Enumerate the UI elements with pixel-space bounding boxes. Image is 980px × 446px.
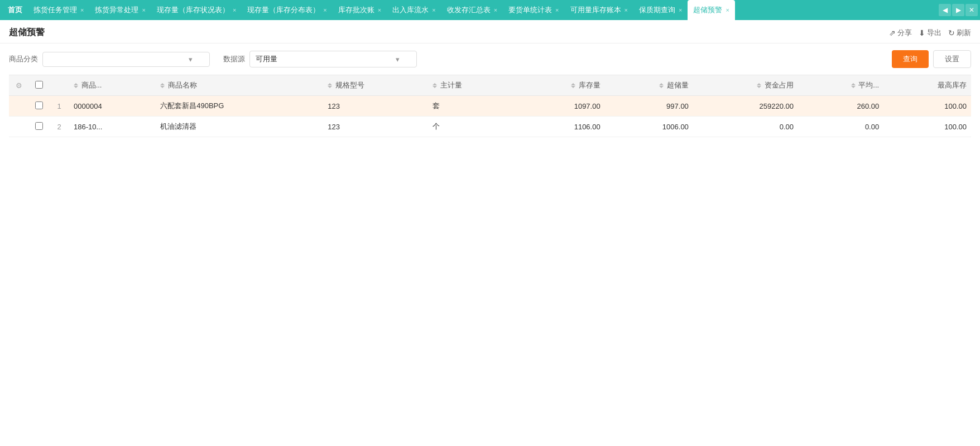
stock-cell: 1097.00 (517, 96, 605, 117)
data-table: ⚙ 商品... (9, 75, 971, 137)
spec-cell: 123 (323, 96, 428, 117)
sort-icon-spec (328, 83, 332, 88)
category-dropdown-icon: ▾ (189, 55, 193, 64)
col-avg[interactable]: 平均... (798, 75, 883, 96)
sort-icon-unit (433, 83, 437, 88)
sort-icon-stock (571, 83, 575, 88)
topbar-item-home[interactable]: 首页 (2, 0, 28, 20)
topbar-item-order-stat[interactable]: 要货单统计表× (503, 0, 564, 20)
topbar-item-exception[interactable]: 拣货异常处理× (89, 0, 151, 20)
close-tab-icon[interactable]: × (142, 7, 145, 13)
close-tab-icon[interactable]: × (555, 7, 559, 13)
col-capital[interactable]: 资金占用 (693, 75, 798, 96)
unit-cell: 套 (428, 96, 516, 117)
topbar-item-label: 现存量（库存分布表） (247, 5, 320, 15)
col-rownum (49, 75, 69, 96)
overstock-cell: 997.00 (605, 96, 693, 117)
col-product-code[interactable]: 商品... (69, 75, 156, 96)
topbar-item-label: 收发存汇总表 (447, 5, 491, 15)
topbar-item-expiry[interactable]: 保质期查询× (633, 0, 688, 20)
topbar-item-avail-stock[interactable]: 可用量库存账本× (565, 0, 633, 20)
max-stock-cell: 100.00 (883, 96, 971, 117)
topbar-item-task-mgmt[interactable]: 拣货任务管理× (28, 0, 89, 20)
select-all-checkbox[interactable] (35, 81, 43, 89)
query-button[interactable]: 查询 (892, 50, 929, 68)
rownum-cell: 2 (49, 117, 69, 137)
row-checkbox[interactable] (35, 122, 43, 130)
category-label: 商品分类 (9, 54, 38, 64)
export-icon: ⬇ (919, 28, 925, 37)
row-checkbox[interactable] (35, 101, 43, 109)
category-select[interactable]: ▾ (42, 52, 210, 67)
col-unit[interactable]: 主计量 (428, 75, 516, 96)
share-action[interactable]: ⇗ 分享 (889, 28, 912, 38)
stock-cell: 1106.00 (517, 117, 605, 137)
close-tab-icon[interactable]: × (726, 7, 729, 13)
col-spec[interactable]: 规格型号 (323, 75, 428, 96)
nav-arrows: ◀ ▶ ✕ (939, 4, 978, 16)
col-max-stock: 最高库存 (883, 75, 971, 96)
unit-cell: 个 (428, 117, 516, 137)
page-header: 超储预警 ⇗ 分享 ⬇ 导出 ↻ 刷新 (0, 20, 980, 43)
sort-icon-avg (851, 83, 856, 88)
topbar-item-summary[interactable]: 收发存汇总表× (441, 0, 503, 20)
share-icon: ⇗ (889, 28, 896, 37)
topbar-item-label: 要货单统计表 (508, 5, 552, 15)
nav-next-button[interactable]: ▶ (952, 4, 964, 16)
topbar-item-label: 拣货任务管理 (33, 5, 77, 15)
close-tab-icon[interactable]: × (679, 7, 682, 13)
product-name-cell: 六配套新昌490BPG (156, 96, 323, 117)
topbar-item-label: 现存量（库存状况表） (157, 5, 229, 15)
col-product-name[interactable]: 商品名称 (156, 75, 323, 96)
close-tab-icon[interactable]: × (233, 7, 236, 13)
avg-cell: 260.00 (798, 96, 883, 117)
refresh-icon: ↻ (948, 28, 955, 37)
close-tab-icon[interactable]: × (624, 7, 628, 13)
nav-close-button[interactable]: ✕ (965, 4, 978, 16)
topbar-item-label: 保质期查询 (639, 5, 675, 15)
sort-icon-product-name (160, 83, 165, 88)
table-row: 2186-10...机油滤清器123个1106.001006.000.000.0… (9, 117, 971, 137)
product-code-cell: 0000004 (69, 96, 156, 117)
gear-icon[interactable]: ⚙ (16, 81, 22, 90)
nav-prev-button[interactable]: ◀ (939, 4, 951, 16)
refresh-action[interactable]: ↻ 刷新 (948, 28, 971, 38)
settings-button[interactable]: 设置 (933, 50, 971, 68)
topbar-item-stock-dist[interactable]: 现存量（库存分布表）× (242, 0, 332, 20)
sort-icon-overstock (659, 83, 664, 88)
close-tab-icon[interactable]: × (432, 7, 435, 13)
table-wrapper: ⚙ 商品... (0, 75, 980, 137)
sort-icon-product-code (74, 83, 78, 88)
datasource-label: 数据源 (223, 54, 245, 64)
page-actions: ⇗ 分享 ⬇ 导出 ↻ 刷新 (889, 28, 971, 38)
overstock-cell: 1006.00 (605, 117, 693, 137)
col-stock[interactable]: 库存量 (517, 75, 605, 96)
topbar-item-stock-status[interactable]: 现存量（库存状况表）× (151, 0, 242, 20)
product-code-cell: 186-10... (69, 117, 156, 137)
topbar-item-flow[interactable]: 出入库流水× (387, 0, 441, 20)
datasource-select[interactable]: 可用量 ▾ (249, 51, 417, 67)
category-filter: 商品分类 ▾ (9, 52, 210, 67)
table-row: 10000004六配套新昌490BPG123套1097.00997.002592… (9, 96, 971, 117)
close-tab-icon[interactable]: × (494, 7, 497, 13)
avg-cell: 0.00 (798, 117, 883, 137)
topbar-item-label: 拣货异常处理 (95, 5, 138, 15)
table-header-row: ⚙ 商品... (9, 75, 971, 96)
datasource-dropdown-icon: ▾ (396, 55, 400, 64)
close-tab-icon[interactable]: × (80, 7, 84, 13)
filter-buttons: 查询 设置 (892, 50, 971, 68)
close-tab-icon[interactable]: × (323, 7, 326, 13)
capital-cell: 0.00 (693, 117, 798, 137)
gear-cell (9, 96, 29, 117)
topbar-item-label: 可用量库存账本 (570, 5, 621, 15)
topbar-item-label: 超储预警 (693, 5, 722, 15)
export-action[interactable]: ⬇ 导出 (919, 28, 941, 38)
sort-icon-capital (757, 83, 761, 88)
datasource-select-value: 可用量 (256, 54, 391, 64)
close-tab-icon[interactable]: × (378, 7, 381, 13)
capital-cell: 259220.00 (693, 96, 798, 117)
col-overstock[interactable]: 超储量 (605, 75, 693, 96)
checkbox-cell (29, 96, 49, 117)
topbar-item-overstock[interactable]: 超储预警× (688, 0, 734, 20)
topbar-item-batch[interactable]: 库存批次账× (333, 0, 387, 20)
